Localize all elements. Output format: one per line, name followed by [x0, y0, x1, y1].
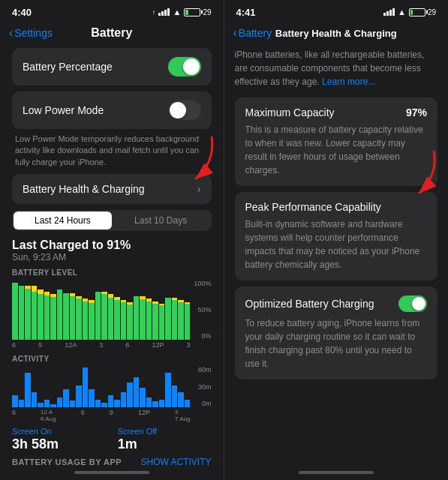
signal-bar-3: [164, 10, 167, 16]
battery-bar-group: [185, 280, 191, 340]
screen-on-label: Screen On: [12, 427, 106, 436]
battery-usage-row: BATTERY USAGE BY APP SHOW ACTIVITY: [12, 457, 212, 465]
signal-bar-1: [158, 13, 161, 16]
battery-text-right: 29: [428, 8, 436, 16]
max-capacity-title: Maximum Capacity: [245, 106, 335, 118]
activity-bar-group: [134, 366, 140, 407]
activity-bar-group: [101, 366, 107, 407]
right-content: iPhone batteries, like all rechargeable …: [224, 48, 449, 465]
y-100: 100%: [194, 280, 211, 287]
nav-bar-right: ‹ Battery Battery Health & Charging: [224, 21, 449, 48]
activity-bar-group: [25, 366, 31, 407]
screen-off-item: Screen Off 1m: [118, 427, 212, 452]
activity-bar-group: [38, 366, 44, 407]
activity-bar-group: [152, 366, 158, 407]
battery-percentage-row[interactable]: Battery Percentage: [12, 48, 212, 86]
low-power-caption: Low Power Mode temporarily reduces backg…: [12, 130, 212, 174]
tab-24hours[interactable]: Last 24 Hours: [14, 212, 112, 230]
low-power-row[interactable]: Low Power Mode: [12, 92, 212, 129]
battery-bar-group: [146, 280, 152, 340]
battery-bar-group: [165, 280, 171, 340]
battery-bar-group: [57, 280, 63, 340]
left-content: Battery Percentage Low Power Mode Low Po…: [0, 48, 224, 465]
battery-bar-group: [89, 280, 95, 340]
optimized-title: Optimized Battery Charging: [245, 298, 374, 310]
optimized-thumb: [412, 297, 425, 310]
battery-status-right: 29: [409, 8, 436, 16]
left-screen: 4:40 ↑ ▲ 29 ‹ Settings Battery: [0, 0, 224, 480]
time-range-tabs: Last 24 Hours Last 10 Days: [12, 210, 212, 231]
status-icons-right: ▲ 29: [383, 8, 436, 16]
show-activity-button[interactable]: SHOW ACTIVITY: [140, 457, 211, 465]
battery-bar-group: [76, 280, 82, 340]
tab-10days[interactable]: Last 10 Days: [112, 212, 210, 230]
activity-bar-group: [32, 366, 38, 407]
activity-bar-group: [57, 366, 63, 407]
signal-bar-2: [161, 11, 164, 16]
back-chevron-right: ‹: [233, 26, 237, 40]
battery-bar-group: [95, 280, 101, 340]
battery-bar-group: [152, 280, 158, 340]
optimized-charging-card: Optimized Battery Charging To reduce bat…: [235, 286, 438, 380]
battery-x-labels: 6 9 12A 3 6 12P 3: [12, 341, 212, 349]
optimized-desc: To reduce battery aging, iPhone learns f…: [245, 316, 428, 370]
battery-percentage-label: Battery Percentage: [23, 61, 113, 73]
health-label: Battery Health & Charging: [23, 183, 145, 195]
activity-bar-group: [76, 366, 82, 407]
y-60m: 60m: [198, 366, 212, 374]
screen-on-value: 3h 58m: [12, 436, 106, 452]
time-right: 4:41: [236, 7, 256, 18]
battery-usage-label: BATTERY USAGE BY APP: [12, 458, 122, 465]
signal-bars-left: [158, 8, 170, 16]
peak-performance-title: Peak Performance Capability: [245, 201, 428, 213]
learn-more-link[interactable]: Learn more...: [322, 76, 375, 87]
activity-bar-group: [185, 366, 191, 407]
battery-health-row[interactable]: Battery Health & Charging ›: [12, 174, 212, 204]
back-button-left[interactable]: ‹ Settings: [9, 26, 53, 40]
battery-bar-group: [140, 280, 146, 340]
activity-bar-group: [50, 366, 56, 407]
activity-bar-group: [89, 366, 95, 407]
battery-fill-right: [410, 10, 413, 15]
battery-bar-group: [32, 280, 38, 340]
battery-bar-group: [127, 280, 133, 340]
status-bar-right: 4:41 ▲ 29: [224, 0, 449, 21]
battery-text-left: 29: [203, 8, 211, 16]
battery-body-right: [409, 8, 425, 16]
optimized-header: Optimized Battery Charging: [245, 296, 428, 312]
signal-bar-r1: [383, 13, 386, 16]
battery-bar-group: [178, 280, 184, 340]
low-power-toggle[interactable]: [168, 100, 201, 120]
wifi-icon-right: ▲: [398, 8, 406, 16]
battery-percentage-toggle[interactable]: [168, 57, 201, 76]
back-label-right: Battery: [239, 27, 272, 39]
battery-fill-left: [185, 10, 188, 15]
optimized-toggle[interactable]: [398, 296, 427, 312]
back-button-right[interactable]: ‹ Battery: [233, 26, 272, 40]
right-screen: 4:41 ▲ 29 ‹ Battery Battery Health & Cha…: [224, 0, 449, 480]
activity-bar-group: [19, 366, 25, 407]
activity-bar-group: [146, 366, 152, 407]
home-indicator-left: [0, 465, 224, 480]
activity-bar-group: [178, 366, 184, 407]
signal-bar-r2: [386, 11, 389, 16]
battery-bar-group: [101, 280, 107, 340]
status-bar-left: 4:40 ↑ ▲ 29: [0, 0, 224, 21]
activity-y-labels: 60m 30m 0m: [198, 366, 212, 407]
activity-bar-group: [165, 366, 171, 407]
activity-bar-group: [12, 366, 18, 407]
screen-off-value: 1m: [118, 436, 212, 452]
y-0m: 0m: [202, 400, 212, 407]
screen-off-label: Screen Off: [118, 427, 212, 436]
battery-y-labels: 100% 50% 0%: [194, 280, 211, 340]
nav-bar-left: ‹ Settings Battery: [0, 21, 224, 48]
battery-bar-group: [12, 280, 18, 340]
activity-bar-group: [159, 366, 165, 407]
battery-level-label: BATTERY LEVEL: [12, 268, 212, 277]
activity-bar-group: [83, 366, 89, 407]
location-arrow-icon: ↑: [152, 8, 155, 16]
wifi-icon-left: ▲: [173, 8, 181, 16]
max-capacity-value: 97%: [406, 106, 427, 118]
battery-status-left: 29: [184, 8, 211, 16]
status-icons-left: ↑ ▲ 29: [152, 8, 211, 16]
